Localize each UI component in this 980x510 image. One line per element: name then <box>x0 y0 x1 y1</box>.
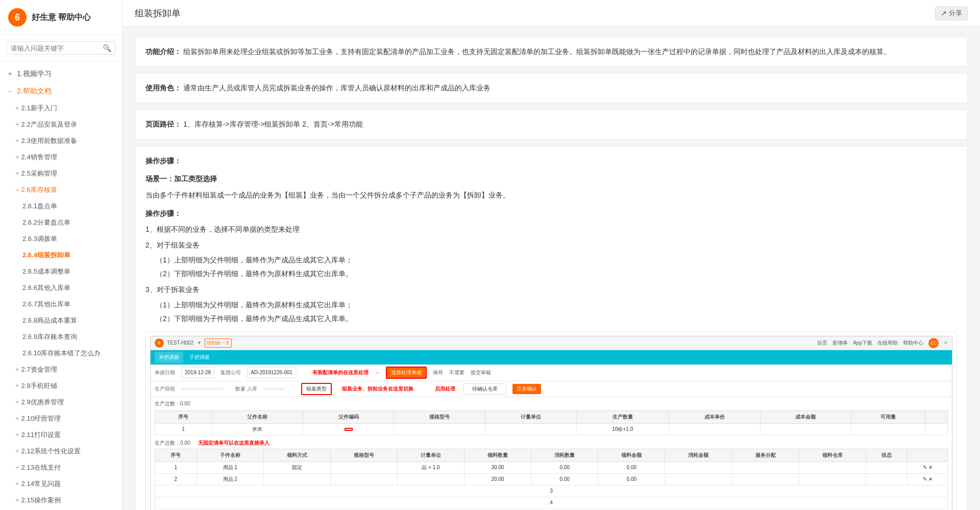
step2-2: （2）下部明细为子件明细，最终作为原材料生成其它出库单。 <box>145 268 957 280</box>
intro-card: 功能介绍： 组装拆卸单用来处理企业组装或拆卸等加工业务，支持有固定装配清单的产品… <box>135 37 968 67</box>
mock-number-label: 集团公司 <box>220 368 241 377</box>
role-label: 使用角色： <box>145 84 181 92</box>
share-button[interactable]: ↗ 分享 <box>935 6 968 20</box>
mock-number-val[interactable]: AD-20191226-001 <box>247 367 296 378</box>
table-cell <box>485 424 576 435</box>
path-label: 页面路径： <box>145 120 181 128</box>
mock-bottom-row-1: 1 周品 1 固定 品 + 1.0 30.00 0.00 0.00 <box>155 462 948 474</box>
sidebar-item-267[interactable]: 2.6.7其他出库单 <box>0 296 122 312</box>
mock-process-btn[interactable]: 选择处理单据 <box>386 367 427 379</box>
mock-prev-btn[interactable]: 找到前一天 <box>205 338 232 348</box>
mock-avatar: CC <box>928 338 939 348</box>
app-name: 好生意 帮助中心 <box>32 12 91 23</box>
sidebar-item-212[interactable]: +2.12系统个性化设置 <box>0 443 122 459</box>
step2-1: （1）上部明细为父件明细，最终作为产成品生成其它入库单； <box>145 254 957 266</box>
sidebar-item-26[interactable]: −2.6库存核算 <box>0 182 122 198</box>
sidebar-item-27[interactable]: +2.7资金管理 <box>0 361 122 378</box>
mock-nav-app[interactable]: App下载 <box>853 338 872 348</box>
nav-list: + 1.视频学习 − 2.帮助文档 +2.1新手入门 +2.2产品安装及登录 +… <box>0 61 122 510</box>
sidebar-item-28[interactable]: +2.8手机旺铺 <box>0 378 122 394</box>
mock-bth-9: 消耗金额 <box>665 449 732 462</box>
table-cell <box>394 424 485 435</box>
sidebar-item-261[interactable]: 2.6.1盘点单 <box>0 198 122 214</box>
sidebar-item-213[interactable]: +2.13在线支付 <box>0 459 122 476</box>
mock-bth-5: 计量单位 <box>397 449 464 462</box>
sidebar-item-23[interactable]: +2.3使用前数据准备 <box>0 133 122 149</box>
sidebar-item-29[interactable]: +2.9优惠券管理 <box>0 394 122 410</box>
sidebar-item-268[interactable]: 2.6.8商品成本重算 <box>0 312 122 329</box>
sidebar-item-264[interactable]: 2.6.4组装拆卸单 <box>0 247 122 263</box>
annotation-a1: 有装配清单的在这里处理 <box>312 368 369 377</box>
sidebar-item-24[interactable]: +2.4销售管理 <box>0 149 122 165</box>
sidebar-item-214[interactable]: +2.14常见问题 <box>0 476 122 492</box>
table-cell: 1 <box>155 424 212 435</box>
mock-confirm-btn[interactable]: 立发确认 <box>512 384 541 394</box>
mock-audit-btn[interactable]: 不需要 <box>449 368 464 377</box>
mock-nav-help[interactable]: 在线帮助 <box>877 338 898 348</box>
table-cell <box>669 424 761 435</box>
scenario1-title: 场景一：加工类型选择 <box>145 173 957 185</box>
mock-nav-home[interactable]: 自页 <box>817 338 827 348</box>
mock-save-btn[interactable]: 保存 <box>433 368 443 377</box>
sidebar-item-docs[interactable]: − 2.帮助文档 <box>0 83 122 100</box>
mock-bottom-table-label: 生产总数：0.00 <box>155 439 190 448</box>
mock-topbar-id: TEST-H002 <box>167 338 193 348</box>
mock-bottom-row-2: 2 周品 2 20.00 0.00 0.00 <box>155 474 948 485</box>
role-text: 通常由生产人员或库管人员完成拆装业务的操作，库管人员确认原材料的出库和产成品的入… <box>183 84 491 92</box>
mock-bth-3: 领料方式 <box>263 449 330 462</box>
ops-label: 操作步骤： <box>145 155 957 167</box>
page-title: 组装拆卸单 <box>135 7 181 19</box>
sidebar-item-video[interactable]: + 1.视频学习 <box>0 65 122 83</box>
ops-steps-title: 操作步骤： <box>145 207 957 220</box>
step1: 1、根据不同的业务，选择不同单据的类型来处理 <box>145 223 957 236</box>
mock-type-select[interactable]: 组装类型 <box>301 383 332 395</box>
mock-th-6: 生产数量 <box>576 411 669 424</box>
sidebar-item-266[interactable]: 2.6.6其他入库单 <box>0 280 122 296</box>
sidebar-item-22[interactable]: +2.2产品安装及登录 <box>0 116 122 133</box>
sidebar-item-210[interactable]: +2.10经营管理 <box>0 410 122 427</box>
mock-bth-6: 领料数量 <box>464 449 531 462</box>
search-box: 🔍 <box>0 35 122 61</box>
role-card: 使用角色： 通常由生产人员或库管人员完成拆装业务的操作，库管人员确认原材料的出库… <box>135 73 968 103</box>
mock-th-1: 序号 <box>155 411 212 424</box>
mock-bth-12: 状态 <box>866 449 908 462</box>
mock-status-input[interactable]: 待确认仓库 <box>463 383 506 395</box>
table-cell <box>851 424 925 435</box>
mock-nav-helpctr[interactable]: 帮助中心 <box>903 338 923 348</box>
sidebar-item-21[interactable]: +2.1新手入门 <box>0 100 122 116</box>
mock-close-icon[interactable]: ✕ <box>944 338 948 348</box>
mock-numcount-val[interactable] <box>263 388 285 390</box>
main-header: 组装拆卸单 ↗ 分享 <box>122 0 980 27</box>
annotation-a3: 启用处理 <box>435 384 455 394</box>
mock-bottom-row-4: 4 <box>155 497 948 509</box>
sidebar-item-262[interactable]: 2.6.2分量盘点单 <box>0 214 122 231</box>
search-icon[interactable]: 🔍 <box>103 44 111 52</box>
mock-th-5: 计量单位 <box>485 411 576 424</box>
mock-th-9: 可用量 <box>851 411 925 424</box>
sidebar-item-211[interactable]: +2.11打印设置 <box>0 427 122 443</box>
mock-dropdown-icon: ▼ <box>197 338 202 348</box>
annotation-a2: 组装业务、拆卸业务在这里切换 <box>342 384 413 394</box>
mock-date-val[interactable]: 2019-12-28 <box>181 367 214 378</box>
mock-delete-btn[interactable]: 提交审核 <box>471 368 491 377</box>
mock-tab-inactive[interactable]: 子把调拨 <box>185 352 214 363</box>
mock-date-label: 单据日期 <box>155 368 175 377</box>
search-input[interactable] <box>11 44 103 52</box>
mock-th-10 <box>925 411 948 424</box>
sidebar-item-269[interactable]: 2.6.9库存账本查询 <box>0 329 122 345</box>
mock-nav-new[interactable]: 新增单 <box>832 338 848 348</box>
sidebar-item-215[interactable]: +2.15操作案例 <box>0 492 122 508</box>
mock-tab-active[interactable]: 本把调拨 <box>155 352 183 363</box>
screenshot-container: 6 TEST-H002 ▼ 找到前一天 自页 新增单 App下载 在线帮助 帮助… <box>145 331 957 510</box>
step3-2: （2）下部明细为子件明细，最终作为产成品生成其它入库单。 <box>145 312 957 325</box>
sidebar-item-265[interactable]: 2.6.5成本调整单 <box>0 263 122 280</box>
step3-1: （1）上部明细为父件明细，最终作为原材料生成其它出库单； <box>145 299 957 311</box>
sidebar-item-25[interactable]: +2.5采购管理 <box>0 165 122 182</box>
mock-bth-11: 领料仓库 <box>799 449 866 462</box>
mock-worker-val[interactable] <box>181 388 223 390</box>
mock-numcount-label: 数量 入库 <box>235 384 257 394</box>
mock-th-7: 成本单价 <box>669 411 761 424</box>
scenario1-desc: 当由多个子件材料组装成一个成品的业务为【组装】业务，当由一个父件拆分成多个子产品… <box>145 188 957 202</box>
sidebar-item-263[interactable]: 2.6.3调拨单 <box>0 231 122 247</box>
sidebar-item-2610[interactable]: 2.6.10库存账本错了怎么办 <box>0 345 122 361</box>
